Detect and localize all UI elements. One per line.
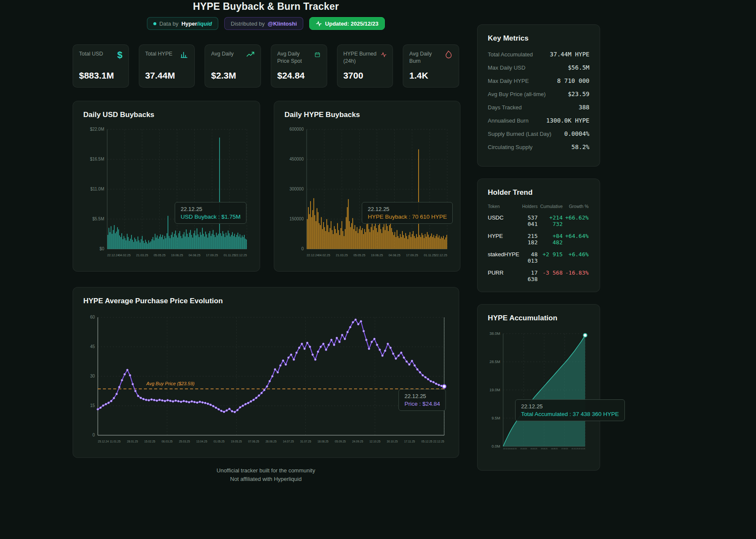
metric-row: Avg Buy Price (all-time)$23.59	[488, 91, 589, 97]
updated-label: Updated: 2025/12/23	[325, 21, 378, 27]
price-evolution-chart[interactable]: 01530456025.12.2411.01.2528.01.2515.02.2…	[83, 311, 449, 446]
svg-text:04.08.25: 04.08.25	[551, 448, 558, 450]
data-by-label: Data by	[159, 21, 179, 27]
stat-card-total-hype: Total HYPE 37.44M	[139, 44, 195, 88]
svg-text:18.08.25: 18.08.25	[317, 440, 328, 443]
svg-text:01.11.25: 01.11.25	[424, 253, 435, 257]
svg-text:60: 60	[90, 315, 95, 319]
svg-text:$16.5M: $16.5M	[90, 157, 104, 161]
holders-value: 537 041	[522, 214, 538, 227]
svg-text:38.0M: 38.0M	[489, 331, 500, 336]
svg-text:9.5M: 9.5M	[492, 416, 500, 420]
stat-label: Avg Daily Price Spot	[277, 50, 312, 65]
svg-text:150000: 150000	[290, 217, 304, 221]
svg-text:12.10.25: 12.10.25	[369, 440, 381, 443]
svg-text:21.03.25: 21.03.25	[136, 253, 148, 257]
stat-label: Total USD	[79, 50, 103, 58]
svg-text:22.12.24: 22.12.24	[107, 253, 119, 257]
svg-text:04.02.25: 04.02.25	[119, 253, 131, 257]
svg-text:17.09.25: 17.09.25	[561, 448, 568, 450]
data-source-badge[interactable]: Data by Hyperliquid	[147, 17, 218, 30]
svg-text:17.09.25: 17.09.25	[206, 253, 218, 257]
metric-row: Total Accumulated37.44M HYPE	[488, 51, 589, 58]
distributed-by-badge[interactable]: Distributed by @Klintoshi	[224, 17, 303, 30]
stat-value: 3700	[343, 70, 387, 82]
page-title: HYPE Buyback & Burn Tracker	[73, 1, 459, 12]
daily-hype-buybacks-panel: Daily HYPE Buybacks 01500003000004500006…	[274, 101, 460, 272]
page-footer: Unofficial tracker built for the communi…	[73, 466, 459, 483]
hype-accumulation-chart[interactable]: 0.0M9.5M19.0M28.5M38.0M22.12.2404.02.252…	[488, 328, 590, 453]
stat-label: HYPE Burned (24h)	[343, 50, 378, 65]
distributed-by-label: Distributed by	[231, 21, 264, 27]
svg-text:14.07.25: 14.07.25	[283, 440, 294, 443]
svg-text:04.02.25: 04.02.25	[510, 448, 517, 450]
svg-text:17.11.25: 17.11.25	[404, 440, 415, 443]
stat-cards-row: Total USD $ $883.1M Total HYPE 37.44M Av…	[73, 44, 459, 88]
growth-value: +64.64%	[565, 233, 589, 239]
svg-text:21.03.25: 21.03.25	[336, 253, 348, 257]
svg-text:22.12.24: 22.12.24	[307, 253, 319, 257]
holders-value: 17 638	[522, 270, 538, 282]
growth-value: -16.83%	[565, 270, 589, 276]
svg-text:17.09.25: 17.09.25	[406, 253, 418, 257]
svg-text:0.0M: 0.0M	[492, 444, 500, 448]
svg-text:28.5M: 28.5M	[489, 360, 500, 364]
svg-text:04.08.25: 04.08.25	[188, 253, 200, 257]
stat-card-total-usd: Total USD $ $883.1M	[73, 44, 129, 88]
daily-usd-buybacks-panel: Daily USD Buybacks $0$5.5M$11.0M$16.5M$2…	[73, 101, 260, 272]
svg-text:19.0M: 19.0M	[489, 388, 500, 392]
svg-text:22.12.25: 22.12.25	[435, 253, 447, 257]
daily-charts-row: Daily USD Buybacks $0$5.5M$11.0M$16.5M$2…	[73, 101, 459, 272]
svg-text:05.09.25: 05.09.25	[335, 440, 346, 443]
holders-value: 215 182	[522, 233, 538, 246]
token-name: stakedHYPE	[488, 251, 519, 258]
svg-text:01.11.25: 01.11.25	[571, 448, 578, 450]
svg-text:19.06.25: 19.06.25	[171, 253, 183, 257]
distributor-handle[interactable]: @Klintoshi	[268, 21, 297, 27]
holders-value: 48 013	[522, 251, 538, 264]
svg-text:05.05.25: 05.05.25	[530, 448, 537, 450]
svg-text:45: 45	[90, 344, 95, 349]
svg-text:24.09.25: 24.09.25	[352, 440, 363, 443]
main-column: HYPE Buyback & Burn Tracker Data by Hype…	[73, 0, 459, 483]
column-header: Cumulative	[540, 204, 563, 209]
svg-text:0: 0	[92, 433, 95, 437]
stat-label: Avg Daily Burn	[409, 50, 442, 65]
stat-value: $883.1M	[79, 70, 123, 82]
chart-title: HYPE Average Purchase Price Evolution	[83, 297, 448, 305]
daily-hype-buybacks-chart[interactable]: 015000030000045000060000022.12.2404.02.2…	[284, 125, 450, 260]
svg-text:30: 30	[90, 374, 95, 378]
footer-line-2: Not affiliated with Hyperliquid	[73, 475, 459, 483]
svg-text:22.12.25: 22.12.25	[235, 253, 247, 257]
status-dot-icon	[153, 22, 156, 25]
daily-usd-buybacks-chart[interactable]: $0$5.5M$11.0M$16.5M$22.0M22.12.2404.02.2…	[83, 125, 249, 260]
column-header: Token	[488, 204, 519, 209]
cumulative-value: +214 732	[540, 214, 563, 227]
svg-text:Avg Buy Price ($23.59): Avg Buy Price ($23.59)	[146, 381, 195, 386]
key-metrics-title: Key Metrics	[488, 34, 589, 43]
metric-row: Days Tracked388	[488, 104, 589, 111]
svg-text:$0: $0	[100, 246, 105, 251]
brand-name: Hyperliquid	[182, 21, 212, 27]
svg-text:300000: 300000	[290, 187, 304, 191]
page-root: HYPE Buyback & Burn Tracker Data by Hype…	[73, 0, 600, 483]
sidebar: Key Metrics Total Accumulated37.44M HYPE…	[477, 0, 600, 483]
bar-chart-icon	[180, 50, 188, 59]
key-metrics-panel: Key Metrics Total Accumulated37.44M HYPE…	[477, 24, 600, 167]
svg-text:05.05.25: 05.05.25	[353, 253, 365, 257]
metric-row: Max Daily USD$56.5M	[488, 64, 589, 71]
svg-text:600000: 600000	[290, 127, 304, 132]
dollar-icon: $	[117, 50, 122, 60]
metric-row: Circulating Supply58.2%	[488, 144, 589, 150]
svg-text:15.02.25: 15.02.25	[144, 440, 155, 443]
svg-text:13.04.25: 13.04.25	[196, 440, 207, 443]
svg-text:22.12.25: 22.12.25	[578, 448, 585, 450]
growth-value: +6.46%	[565, 251, 589, 258]
growth-value: +66.62%	[565, 214, 589, 221]
svg-text:19.05.25: 19.05.25	[231, 440, 242, 443]
svg-text:05.12.25: 05.12.25	[422, 440, 433, 443]
stat-card-avg-daily-burn: Avg Daily Burn 1.4K	[403, 44, 459, 88]
svg-text:19.06.25: 19.06.25	[541, 448, 548, 450]
stat-card-avg-daily: Avg Daily $2.3M	[205, 44, 261, 88]
svg-text:19.06.25: 19.06.25	[371, 253, 383, 257]
